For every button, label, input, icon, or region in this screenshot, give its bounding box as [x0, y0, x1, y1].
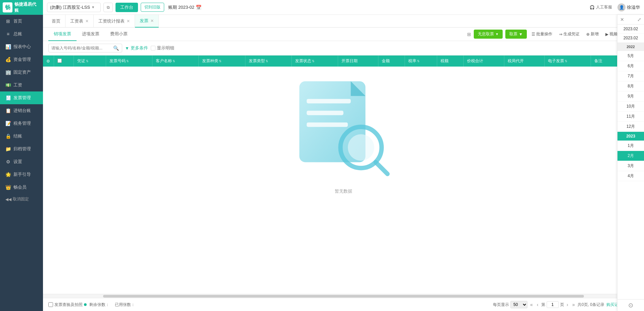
- verify-checkbox[interactable]: [48, 302, 53, 307]
- take-ticket-arrow-icon: ▼: [519, 32, 523, 37]
- switch-oldver-button[interactable]: 切到旧版: [141, 3, 164, 12]
- copy-icon: ⧉: [107, 5, 110, 10]
- user-name: 徐溢华: [627, 4, 640, 10]
- next-page-btn[interactable]: ›: [565, 302, 570, 307]
- tab-bar: 首页 工资表 ✕ 工资统计报表 ✕ 发票 ✕: [43, 15, 644, 28]
- grid-settings-icon[interactable]: ⊞: [467, 32, 471, 37]
- last-page-btn[interactable]: »: [571, 302, 576, 307]
- sidebar-item-tax[interactable]: 📝 税务管理: [0, 117, 43, 130]
- sidebar-item-archive[interactable]: 📁 归档管理: [0, 143, 43, 155]
- subtab-expense[interactable]: 费用小票: [105, 28, 133, 41]
- th-checkbox[interactable]: [54, 55, 74, 67]
- gen-voucher-btn[interactable]: ⇒ 生成凭证: [557, 30, 582, 38]
- tab-invoice[interactable]: 发票 ✕: [135, 15, 159, 28]
- copy-icon-btn[interactable]: ⧉: [103, 3, 113, 12]
- tab-salary-report-close[interactable]: ✕: [127, 19, 130, 24]
- date-item-m7[interactable]: 7月: [617, 71, 644, 81]
- company-selector[interactable]: (勿删) 江西股宝-LSS ▼: [47, 3, 101, 12]
- date-item-m6[interactable]: 6月: [617, 61, 644, 71]
- sort-tax-rate-icon[interactable]: ⇅: [417, 60, 420, 63]
- sidebar-item-finance[interactable]: 💰 资金管理: [0, 53, 43, 66]
- sort-customer-icon[interactable]: ⇅: [173, 60, 175, 63]
- svg-line-7: [376, 162, 387, 174]
- first-page-btn[interactable]: «: [529, 302, 534, 307]
- th-invoice-status-label: 发票状态: [295, 58, 311, 64]
- sidebar-item-salary[interactable]: 💵 工资: [0, 79, 43, 91]
- show-detail-toggle[interactable]: 显示明细: [151, 45, 174, 51]
- sidebar-item-ledger[interactable]: ≡ 总账: [0, 28, 43, 40]
- sort-invoice-status-icon[interactable]: ⇅: [312, 60, 315, 63]
- more-filter-btn[interactable]: ▼ 更多条件: [125, 45, 148, 51]
- show-detail-checkbox[interactable]: [151, 46, 155, 50]
- sort-invoice-category-icon[interactable]: ⇅: [266, 60, 268, 63]
- select-all-checkbox[interactable]: [57, 59, 62, 63]
- sort-invoice-no-icon[interactable]: ⇅: [126, 60, 129, 63]
- date-item-m8[interactable]: 8月: [617, 81, 644, 91]
- batch-ops-btn[interactable]: ☰ 批量操作: [530, 30, 554, 38]
- sidebar-item-fixed[interactable]: 🏢 固定资产: [0, 66, 43, 79]
- date-item-2023-02[interactable]: 2023.02: [617, 34, 644, 43]
- user-menu[interactable]: 👤 徐溢华: [617, 3, 640, 11]
- prev-page-btn[interactable]: ‹: [536, 302, 540, 307]
- sidebar-item-guide[interactable]: 🌟 新手引导: [0, 168, 43, 181]
- search-icon[interactable]: 🔍: [113, 45, 119, 51]
- sidebar-collapse-btn[interactable]: ◀◀ 取消固定: [0, 194, 43, 205]
- th-customer: 客户名称⇅: [152, 55, 199, 67]
- page-size-select[interactable]: 50 10 20 100: [510, 301, 527, 308]
- th-open-date-label: 开票日期: [341, 59, 358, 63]
- verify-label: 发票查验及拍照: [54, 302, 83, 308]
- take-ticket-button[interactable]: 取票 ▼: [505, 30, 527, 39]
- tab-salary-report[interactable]: 工资统计报表 ✕: [94, 15, 135, 28]
- logo-icon: 畅: [3, 2, 12, 12]
- page-input[interactable]: [547, 301, 559, 308]
- date-item-m12[interactable]: 12月: [617, 122, 644, 132]
- sidebar-item-home[interactable]: ⊞ 首页: [0, 15, 43, 28]
- no-ticket-button[interactable]: 无息取票 ▼: [474, 30, 503, 39]
- search-box[interactable]: 🔍: [48, 44, 122, 52]
- new-label: 新增: [591, 31, 599, 37]
- date-item-m1[interactable]: 1月: [617, 141, 644, 151]
- date-panel-expand-btn[interactable]: ⤢: [637, 17, 641, 22]
- sidebar-item-sales[interactable]: 📋 进销台账: [0, 104, 43, 117]
- date-item-m11[interactable]: 11月: [617, 112, 644, 122]
- total-label: 共0页, 0条记录: [578, 302, 604, 308]
- date-item-2023-02-top[interactable]: 2023.02: [617, 25, 644, 34]
- sidebar-item-member[interactable]: 👑 畅会员: [0, 181, 43, 194]
- search-input[interactable]: [51, 46, 112, 50]
- th-invoice-no: 发票号码⇅: [106, 55, 152, 67]
- customer-service-btn[interactable]: 🎧 人工客服: [590, 4, 612, 10]
- subtab-purchase[interactable]: 进项发票: [77, 28, 105, 41]
- tab-salary[interactable]: 工资表 ✕: [65, 15, 94, 28]
- sidebar-item-label: 结账: [13, 133, 22, 139]
- workbench-button[interactable]: 工作台: [116, 3, 138, 12]
- sidebar-item-close[interactable]: 🔒 结账: [0, 130, 43, 143]
- horizontal-scrollbar[interactable]: [43, 294, 644, 298]
- tab-invoice-close[interactable]: ✕: [150, 18, 154, 23]
- th-tax-rate: 税率⇅: [405, 55, 437, 67]
- th-tax-code-label: 税局代开: [508, 59, 524, 63]
- date-item-m9[interactable]: 9月: [617, 91, 644, 102]
- sidebar-item-invoice[interactable]: 🧾 发票管理: [0, 91, 43, 104]
- sidebar-item-label: 畅会员: [13, 184, 27, 190]
- date-item-m3[interactable]: 3月: [617, 161, 644, 171]
- date-item-m5[interactable]: 5月: [617, 51, 644, 61]
- date-panel-scroll-btn[interactable]: ⊙: [617, 299, 644, 311]
- date-item-m10[interactable]: 10月: [617, 102, 644, 112]
- svg-rect-1: [307, 99, 351, 103]
- period-calendar-icon[interactable]: 📅: [196, 5, 201, 10]
- sidebar-item-settings[interactable]: ⚙ 设置: [0, 155, 43, 168]
- sort-invoice-type-icon[interactable]: ⇅: [219, 60, 222, 63]
- sidebar-item-report[interactable]: 📊 报表中心: [0, 40, 43, 53]
- date-panel-close-btn[interactable]: ✕: [620, 17, 624, 22]
- table-footer: 发票查验及拍照 剩余张数： 已用张数： 每页显示 50 10 20 100: [43, 298, 644, 311]
- date-item-m4[interactable]: 4月: [617, 171, 644, 181]
- th-invoice-category: 发票类型⇅: [245, 55, 291, 67]
- subtab-sales[interactable]: 销项发票: [48, 28, 77, 41]
- date-item-m2-active[interactable]: 2月: [617, 151, 644, 161]
- sort-voucher-icon[interactable]: ⇅: [86, 60, 89, 63]
- tab-salary-close[interactable]: ✕: [85, 19, 89, 24]
- tab-home[interactable]: 首页: [47, 15, 65, 28]
- page-size-text: 每页显示: [493, 302, 509, 308]
- new-btn[interactable]: ⊕ 新增: [584, 30, 601, 38]
- sort-e-invoice-icon[interactable]: ⇅: [565, 60, 567, 63]
